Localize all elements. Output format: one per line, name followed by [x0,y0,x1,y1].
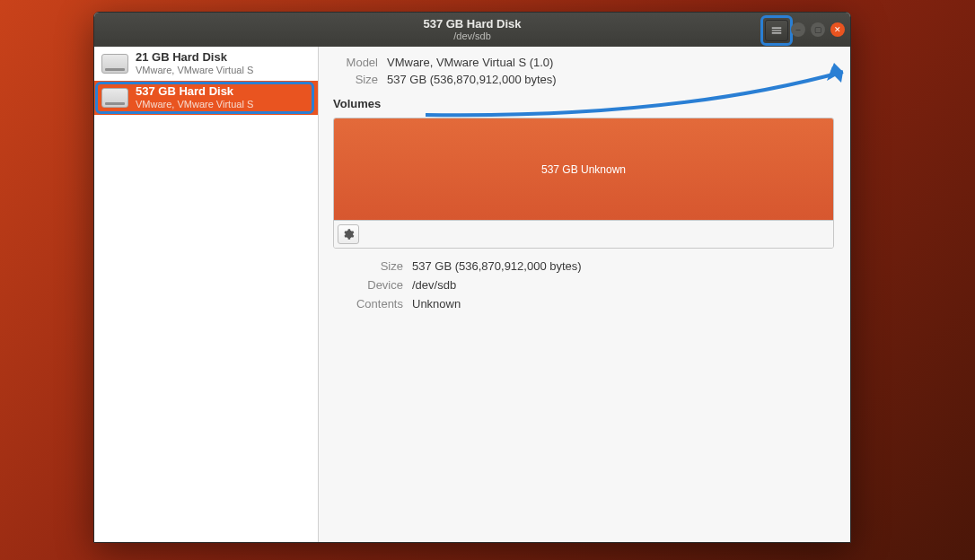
drive-menu-button[interactable] [765,20,788,41]
model-label: Model [333,56,378,69]
drive-info: Model VMware, VMware Virtual S (1.0) Siz… [333,56,834,86]
vol-size-value: 537 GB (536,870,912,000 bytes) [412,259,834,273]
disk-title: 537 GB Hard Disk [136,85,253,98]
vol-device-label: Device [337,278,403,292]
partition-toolbar [334,221,833,248]
size-value: 537 GB (536,870,912,000 bytes) [387,73,834,86]
titlebar: 537 GB Hard Disk /dev/sdb – ▢ ✕ [94,13,850,47]
vol-contents-label: Contents [337,297,403,311]
disks-window: 537 GB Hard Disk /dev/sdb – ▢ ✕ 21 GB Ha… [93,12,851,543]
window-controls: – ▢ ✕ [791,22,845,37]
window-title: 537 GB Hard Disk [423,17,521,31]
partition-options-button[interactable] [338,224,359,244]
disk-labels: 21 GB Hard Disk VMware, VMware Virtual S [136,51,253,76]
vol-device-value: /dev/sdb [412,278,834,292]
window-body: 21 GB Hard Disk VMware, VMware Virtual S… [94,47,850,542]
volume-details: Size 537 GB (536,870,912,000 bytes) Devi… [333,259,834,311]
harddisk-icon [101,88,128,108]
maximize-button[interactable]: ▢ [811,22,825,37]
disk-subtitle: VMware, VMware Virtual S [136,64,253,76]
window-subtitle: /dev/sdb [453,31,491,42]
hamburger-icon [770,24,783,37]
sidebar-disk-0[interactable]: 21 GB Hard Disk VMware, VMware Virtual S [94,47,318,81]
minimize-button[interactable]: – [791,22,805,37]
disk-sidebar: 21 GB Hard Disk VMware, VMware Virtual S… [94,47,319,542]
size-label: Size [333,73,378,86]
sidebar-disk-1[interactable]: 537 GB Hard Disk VMware, VMware Virtual … [94,81,318,115]
gear-icon [342,228,355,241]
partition-label: 537 GB Unknown [541,163,626,176]
model-value: VMware, VMware Virtual S (1.0) [387,56,834,69]
disk-subtitle: VMware, VMware Virtual S [136,98,253,110]
disk-labels: 537 GB Hard Disk VMware, VMware Virtual … [136,85,253,110]
disk-title: 21 GB Hard Disk [136,51,253,64]
vol-size-label: Size [337,259,403,273]
main-panel: Model VMware, VMware Virtual S (1.0) Siz… [319,47,850,542]
partition-block[interactable]: 537 GB Unknown [334,118,833,221]
volumes-box: 537 GB Unknown [333,118,834,249]
close-button[interactable]: ✕ [830,22,845,37]
volumes-heading: Volumes [333,97,834,110]
vol-contents-value: Unknown [412,297,834,311]
harddisk-icon [101,54,128,74]
annotation-highlight-menu [760,15,793,46]
